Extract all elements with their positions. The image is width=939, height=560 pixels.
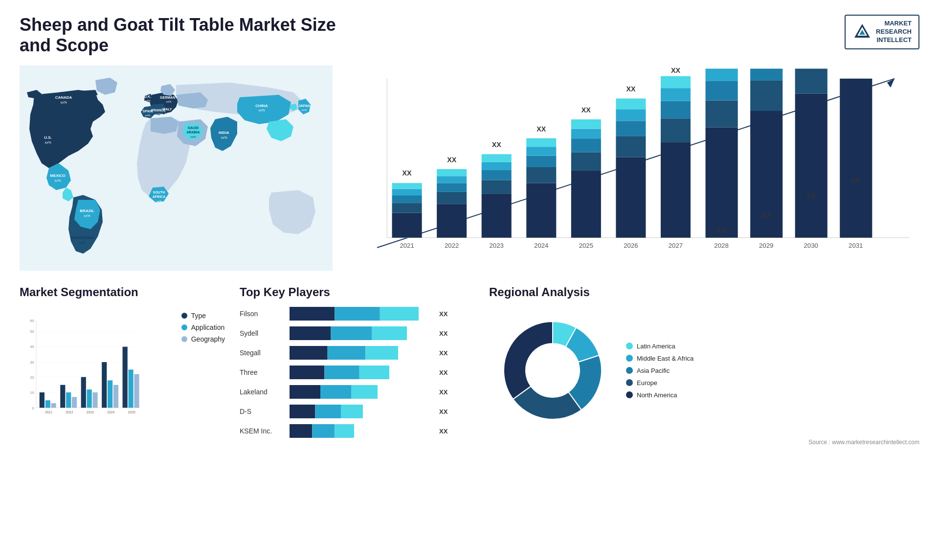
svg-rect-58 [482, 154, 512, 162]
svg-rect-48 [437, 192, 467, 204]
svg-rect-56 [482, 170, 512, 180]
player-row: D-SXX [240, 405, 474, 418]
svg-rect-62 [526, 167, 556, 183]
svg-rect-161 [312, 424, 335, 438]
player-row: SydellXX [240, 326, 474, 340]
svg-rect-47 [437, 204, 467, 237]
svg-rect-71 [571, 129, 601, 139]
svg-rect-61 [526, 183, 556, 238]
regional-legend-dot [626, 367, 633, 374]
regional-inner: Latin AmericaMiddle East & AfricaAsia Pa… [489, 307, 919, 434]
top-section: CANADA xx% U.S. xx% MEXICO xx% BRAZIL xx… [20, 65, 919, 271]
regional-legend-item: Middle East & Africa [626, 355, 693, 362]
svg-text:xx%: xx% [145, 114, 151, 117]
donut-svg [489, 307, 616, 434]
regional-legend-dot [626, 355, 633, 362]
svg-rect-148 [290, 346, 328, 360]
regional-title: Regional Analysis [489, 285, 919, 299]
player-row: ThreeXX [240, 366, 474, 379]
donut-chart [489, 307, 616, 434]
market-size-chart: XX 2021 XX 2022 XX 2023 XX 20 [347, 65, 919, 271]
player-name: Three [240, 368, 284, 376]
svg-rect-160 [290, 424, 312, 438]
svg-rect-78 [616, 109, 646, 121]
player-bar-svg [290, 307, 436, 321]
player-bar-wrap: XX [290, 307, 474, 321]
regional-section: Regional Analysis Latin AmericaMiddle Ea… [489, 285, 919, 446]
svg-text:xx%: xx% [45, 141, 51, 144]
players-list: FilsonXXSydellXXStegallXXThreeXXLakeland… [240, 307, 474, 438]
player-value: XX [439, 428, 447, 435]
svg-rect-154 [290, 385, 320, 399]
svg-text:xx%: xx% [301, 108, 307, 111]
svg-rect-128 [72, 397, 77, 408]
player-bar-wrap: XX [290, 346, 474, 360]
player-name: D-S [240, 408, 284, 415]
svg-rect-49 [437, 183, 467, 192]
player-name: Filson [240, 310, 284, 318]
svg-rect-57 [482, 162, 512, 170]
svg-rect-69 [571, 152, 601, 171]
svg-rect-42 [392, 195, 422, 203]
svg-text:AFRICA: AFRICA [153, 195, 165, 198]
svg-text:XX: XX [402, 169, 412, 177]
player-bar-svg [290, 385, 436, 399]
svg-rect-124 [51, 403, 56, 408]
source-text: Source : www.marketresearchintellect.com [489, 439, 919, 446]
regional-legend-item: Latin America [626, 343, 693, 350]
svg-rect-44 [392, 183, 422, 189]
svg-rect-157 [290, 405, 315, 418]
legend-geography: Geography [181, 335, 225, 343]
player-bar-wrap: XX [290, 326, 474, 340]
svg-rect-70 [571, 139, 601, 152]
regional-legend-item: North America [626, 391, 693, 399]
svg-text:2021: 2021 [400, 242, 414, 249]
svg-text:U.S.: U.S. [44, 135, 52, 140]
svg-text:CANADA: CANADA [55, 95, 72, 100]
player-bar-wrap: XX [290, 385, 474, 399]
svg-rect-83 [661, 118, 691, 142]
svg-text:XX: XX [447, 156, 456, 164]
svg-rect-143 [335, 307, 380, 321]
svg-text:INDIA: INDIA [219, 130, 229, 135]
player-name: KSEM Inc. [240, 427, 284, 435]
svg-text:U.K.: U.K. [144, 95, 151, 98]
svg-rect-134 [102, 362, 107, 408]
svg-rect-40 [392, 213, 422, 238]
svg-rect-123 [45, 400, 50, 408]
player-bar-svg [290, 346, 436, 360]
svg-text:2024: 2024 [107, 410, 114, 414]
svg-rect-151 [290, 366, 324, 379]
svg-text:2021: 2021 [45, 410, 52, 414]
svg-text:XX: XX [851, 177, 860, 185]
svg-text:2031: 2031 [849, 242, 863, 249]
svg-rect-139 [128, 369, 133, 408]
player-value: XX [439, 349, 447, 357]
key-players-section: Top Key Players FilsonXXSydellXXStegallX… [240, 285, 474, 438]
player-name: Sydell [240, 329, 284, 337]
svg-rect-90 [706, 101, 738, 128]
player-row: KSEM Inc.XX [240, 424, 474, 438]
svg-rect-131 [87, 389, 92, 408]
svg-text:2030: 2030 [804, 242, 818, 249]
segmentation-legend: Type Application Geography [181, 312, 225, 343]
svg-rect-82 [661, 142, 691, 237]
svg-text:CHINA: CHINA [255, 104, 268, 108]
svg-rect-50 [437, 176, 467, 183]
svg-text:2023: 2023 [490, 242, 504, 249]
geography-dot [181, 336, 187, 342]
svg-rect-96 [750, 69, 782, 81]
svg-rect-101 [840, 79, 872, 238]
regional-legend-dot [626, 379, 633, 386]
regional-legend-dot [626, 343, 633, 349]
player-value: XX [439, 408, 447, 415]
svg-text:40: 40 [30, 345, 34, 349]
svg-rect-91 [706, 81, 738, 101]
svg-rect-43 [392, 189, 422, 195]
svg-text:BRAZIL: BRAZIL [80, 209, 94, 213]
svg-text:SOUTH: SOUTH [153, 191, 165, 194]
logo-icon [852, 22, 872, 42]
regional-legend: Latin AmericaMiddle East & AfricaAsia Pa… [626, 343, 693, 399]
player-bar-svg [290, 405, 436, 418]
svg-rect-130 [81, 377, 86, 408]
